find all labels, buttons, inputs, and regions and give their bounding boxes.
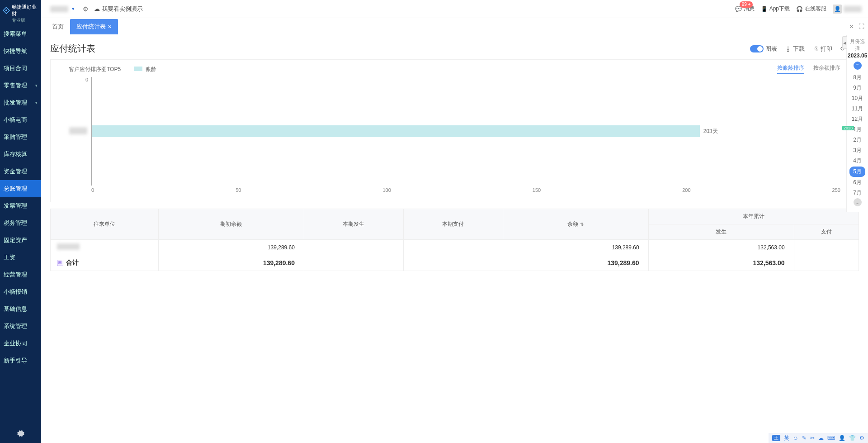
ime-scissors-icon[interactable]: ✂ <box>810 435 815 441</box>
chevron-down-icon: ▾ <box>35 100 38 105</box>
sidebar-item-10[interactable]: 发票管理 <box>0 197 41 214</box>
sidebar-item-1[interactable]: 快捷导航 <box>0 43 41 60</box>
fullscreen-icon[interactable]: ⛶ <box>859 23 864 30</box>
brand-edition: 专业版 <box>3 17 38 24</box>
col-unit[interactable]: 往来单位 <box>51 209 159 240</box>
phone-icon: 📱 <box>761 6 768 12</box>
col-balance[interactable]: 余额⇅ <box>503 209 648 240</box>
month-option-10[interactable]: 6月 <box>848 177 867 188</box>
sidebar-item-18[interactable]: 企业协同 <box>0 335 41 352</box>
ime-keyboard-icon[interactable]: ⌨ <box>827 435 835 441</box>
chart-toggle[interactable]: 图表 <box>750 45 777 53</box>
month-scroll-down[interactable]: ⌄ <box>854 198 862 206</box>
sidebar-item-6[interactable]: 采购管理 <box>0 129 41 146</box>
sidebar-item-12[interactable]: 固定资产 <box>0 232 41 249</box>
table-row[interactable]: 139,289.60139,289.60132,563.00 <box>51 240 859 255</box>
month-option-9[interactable]: 5月 <box>849 167 865 177</box>
ime-logo-icon[interactable]: 王 <box>772 435 780 441</box>
col-year-occur[interactable]: 发生 <box>648 224 794 240</box>
sidebar-item-19[interactable]: 新手引导 <box>0 352 41 369</box>
legend-label: 账龄 <box>146 66 156 72</box>
demo-link-label: 我要看实例演示 <box>102 5 143 13</box>
chart-bar[interactable] <box>92 125 700 137</box>
sidebar-item-3[interactable]: 零售管理▾ <box>0 77 41 94</box>
print-label: 打印 <box>821 45 832 53</box>
download-button[interactable]: ⭳ 下载 <box>785 45 805 53</box>
app-download-button[interactable]: 📱 App下载 <box>761 5 790 13</box>
month-scroll-up[interactable]: ⌃ <box>854 62 862 70</box>
month-option-5[interactable]: 20231月 <box>848 124 867 135</box>
month-option-1[interactable]: 9月 <box>848 83 867 93</box>
col-year-total: 本年累计 <box>648 209 859 224</box>
sidebar-item-5[interactable]: 小畅电商 <box>0 111 41 129</box>
sidebar-item-15[interactable]: 小畅报销 <box>0 283 41 300</box>
ime-person-icon[interactable]: 👤 <box>839 435 845 441</box>
month-option-7[interactable]: 3月 <box>848 145 867 156</box>
col-year-paid[interactable]: 支付 <box>794 224 859 240</box>
total-icon <box>57 260 63 266</box>
data-table: 往来单位 期初余额 本期发生 本期支付 余额⇅ 本年累计 发生 支付 139,2… <box>50 209 859 271</box>
month-option-0[interactable]: 8月 <box>848 72 867 83</box>
chart-panel: 客户应付排序图TOP5 账龄 按账龄排序按余额排序 0 203天 0501001… <box>50 59 859 202</box>
sort-icon[interactable]: ⇅ <box>580 222 584 227</box>
month-option-2[interactable]: 10月 <box>848 93 867 104</box>
month-option-4[interactable]: 12月 <box>848 114 867 124</box>
chart-sort-tab-1[interactable]: 按余额排序 <box>813 64 840 74</box>
brand-logo-icon <box>3 7 10 14</box>
chart-toggle-label: 图表 <box>765 45 777 53</box>
ime-gear-icon[interactable]: ⚙ <box>859 435 864 441</box>
toggle-switch[interactable] <box>750 45 764 52</box>
legend-swatch <box>134 67 142 71</box>
month-collapse-button[interactable]: ◀ <box>842 36 847 49</box>
headset-icon: 🎧 <box>796 6 803 12</box>
message-badge: 99 + <box>740 1 753 8</box>
sidebar-item-8[interactable]: 资金管理 <box>0 163 41 180</box>
tab-1[interactable]: 应付统计表✕ <box>70 19 118 34</box>
legend-item: 账龄 <box>134 66 156 73</box>
month-option-3[interactable]: 11月 <box>848 104 867 114</box>
tabs-close-button[interactable]: ✕ <box>849 23 854 30</box>
sidebar-item-14[interactable]: 经营管理 <box>0 266 41 283</box>
col-paid[interactable]: 本期支付 <box>403 209 503 240</box>
sidebar-item-4[interactable]: 批发管理▾ <box>0 94 41 111</box>
user-menu[interactable]: 👤 <box>833 5 862 14</box>
ime-emoji-icon[interactable]: ☺ <box>793 435 798 441</box>
demo-link[interactable]: ☁ 我要看实例演示 <box>94 5 143 13</box>
chevron-down-icon: ▾ <box>72 6 75 12</box>
sidebar-item-0[interactable]: 搜索菜单 <box>0 25 41 43</box>
bubble-icon: ☁ <box>94 5 100 12</box>
sidebar-item-16[interactable]: 基础信息 <box>0 300 41 318</box>
x-tick: 100 <box>382 187 391 193</box>
sidebar-item-7[interactable]: 库存核算 <box>0 146 41 163</box>
ime-cloud-icon[interactable]: ☁ <box>818 435 824 441</box>
month-option-8[interactable]: 4月 <box>848 156 867 166</box>
sidebar-item-2[interactable]: 项目合同 <box>0 60 41 77</box>
header-settings-icon[interactable]: ⚙ <box>83 5 89 13</box>
total-label: 合计 <box>66 259 79 266</box>
cell-opening: 139,289.60 <box>158 240 304 255</box>
year-tag: 2023 <box>842 126 854 130</box>
col-opening[interactable]: 期初余额 <box>158 209 304 240</box>
sidebar-item-13[interactable]: 工资 <box>0 249 41 266</box>
cell-balance: 139,289.60 <box>503 240 648 255</box>
company-selector[interactable]: ▾ <box>47 5 77 13</box>
month-option-6[interactable]: 2月 <box>848 135 867 145</box>
col-occur[interactable]: 本期发生 <box>304 209 403 240</box>
chart-sort-tab-0[interactable]: 按账龄排序 <box>777 64 804 74</box>
print-button[interactable]: 🖨 打印 <box>813 45 832 53</box>
messages-button[interactable]: 99 + 💬 消息 <box>735 5 755 13</box>
sidebar-item-11[interactable]: 税务管理 <box>0 214 41 232</box>
sidebar-item-9[interactable]: 总账管理 <box>0 180 41 197</box>
ime-lang[interactable]: 英 <box>784 434 789 442</box>
page-title: 应付统计表 <box>50 43 95 55</box>
ime-shirt-icon[interactable]: 👕 <box>849 435 856 441</box>
tab-close-icon[interactable]: ✕ <box>108 24 112 29</box>
sidebar-item-17[interactable]: 系统管理 <box>0 318 41 335</box>
tab-0[interactable]: 首页 <box>46 19 70 34</box>
month-option-11[interactable]: 7月 <box>848 188 867 198</box>
ime-edit-icon[interactable]: ✎ <box>802 435 807 441</box>
chart-title: 客户应付排序图TOP5 <box>69 66 121 73</box>
settings-icon[interactable] <box>17 432 24 438</box>
online-service-button[interactable]: 🎧 在线客服 <box>796 5 826 13</box>
x-tick: 200 <box>682 187 690 193</box>
